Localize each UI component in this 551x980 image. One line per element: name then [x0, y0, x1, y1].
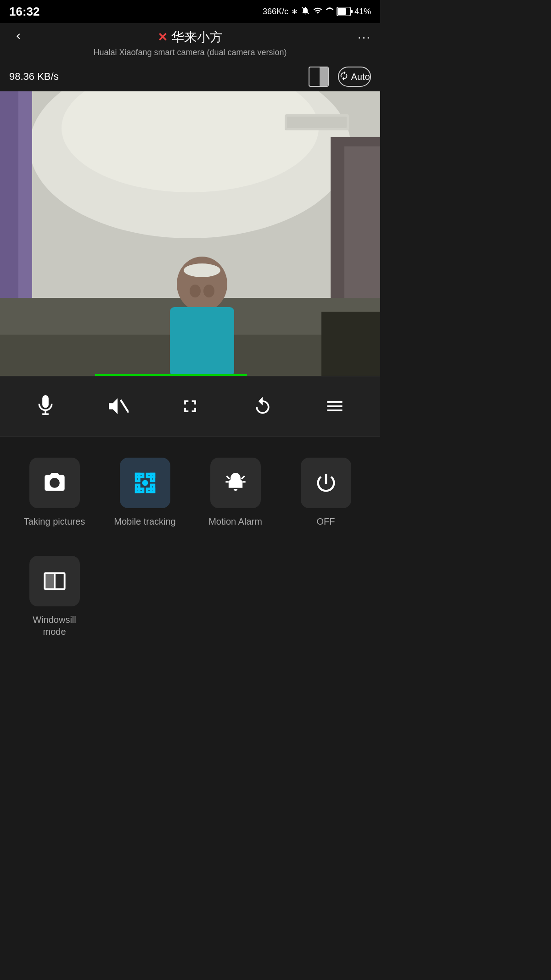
svg-point-20 [203, 285, 214, 297]
speed-bar: 98.36 KB/s Auto [0, 62, 380, 91]
svg-line-24 [121, 400, 129, 412]
camera-feed [0, 91, 380, 376]
svg-rect-40 [45, 573, 55, 589]
mobile-tracking-icon-box [120, 458, 170, 508]
bluetooth-icon: ∗ [291, 6, 298, 17]
battery-icon: 41% [337, 7, 371, 17]
taking-pictures-button[interactable]: Taking pictures [9, 450, 100, 535]
svg-rect-12 [287, 117, 347, 128]
nav-title: ✕ 华来小方 [157, 28, 223, 46]
split-view-button[interactable] [309, 67, 329, 87]
svg-rect-18 [170, 307, 234, 376]
action-grid-row1: Taking pictures Mobile tracking [9, 450, 371, 535]
mobile-tracking-label: Mobile tracking [114, 515, 176, 527]
motion-alarm-label: Motion Alarm [208, 515, 262, 527]
network-speed: 366K/c [263, 7, 288, 17]
mute-button[interactable] [101, 390, 134, 422]
svg-point-19 [190, 285, 201, 297]
svg-point-17 [184, 263, 220, 277]
svg-rect-2 [337, 8, 346, 15]
off-button[interactable]: OFF [281, 450, 371, 535]
taking-pictures-label: Taking pictures [24, 515, 85, 527]
fullscreen-button[interactable] [174, 390, 206, 422]
action-grid-row2: Windowsillmode [9, 544, 371, 650]
action-grid-section: Taking pictures Mobile tracking [0, 437, 380, 659]
auto-label: Auto [351, 72, 370, 82]
status-bar: 16:32 366K/c ∗ 41% [0, 0, 380, 23]
motion-alarm-icon-box [210, 458, 261, 508]
windowsill-mode-button[interactable]: Windowsillmode [9, 549, 100, 645]
brand-logo-icon: ✕ [157, 30, 168, 45]
menu-button[interactable] [319, 390, 351, 422]
svg-rect-3 [351, 10, 353, 13]
more-options-button[interactable]: ··· [358, 30, 371, 45]
taking-pictures-icon-box [29, 458, 80, 508]
replay-button[interactable] [247, 390, 279, 422]
svg-line-34 [226, 476, 230, 479]
svg-point-33 [142, 480, 148, 486]
motion-alarm-button[interactable]: Motion Alarm [190, 450, 281, 535]
svg-line-35 [242, 476, 245, 479]
notification-mute-icon [301, 6, 310, 17]
status-time: 16:32 [9, 5, 40, 19]
bandwidth-display: 98.36 KB/s [9, 71, 59, 83]
microphone-button[interactable] [29, 390, 62, 422]
status-right: 366K/c ∗ 41% [263, 6, 371, 17]
nav-subtitle: Hualai Xiaofang smart camera (dual camer… [93, 48, 287, 57]
wifi-icon [313, 6, 323, 17]
speed-controls: Auto [309, 67, 371, 87]
back-button[interactable] [9, 28, 28, 46]
signal-icon [326, 6, 334, 17]
svg-rect-10 [344, 146, 380, 321]
control-bar [0, 376, 380, 437]
nav-bar: ✕ 华来小方 ··· Hualai Xiaofang smart camera … [0, 23, 380, 62]
motion-detection-bar [95, 374, 247, 376]
windowsill-mode-icon-box [29, 556, 80, 606]
svg-rect-15 [321, 312, 380, 376]
mobile-tracking-button[interactable]: Mobile tracking [100, 450, 190, 535]
auto-rotate-button[interactable]: Auto [338, 67, 371, 87]
svg-rect-21 [42, 395, 49, 408]
off-icon-box [301, 458, 351, 508]
rotate-icon [339, 71, 349, 83]
windowsill-mode-label: Windowsillmode [33, 614, 76, 638]
off-label: OFF [317, 515, 335, 527]
